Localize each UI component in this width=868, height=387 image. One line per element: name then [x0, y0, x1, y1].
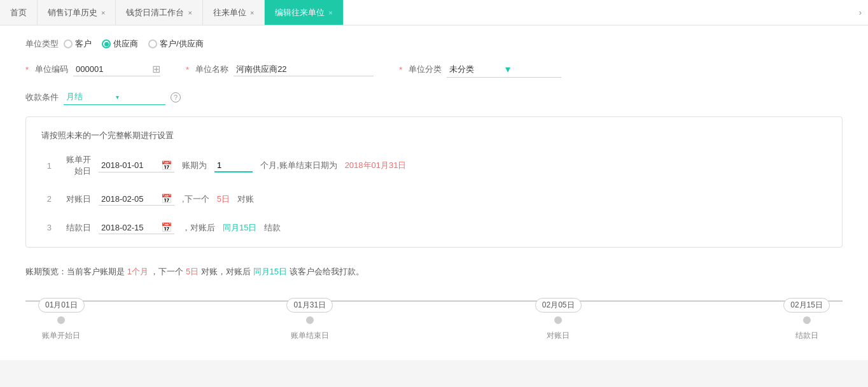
unit-code-icon[interactable]: ⊞: [152, 63, 160, 75]
period-suffix-mid-1: 个月,账单结束日期为: [260, 160, 337, 171]
tab-edit-counterparty[interactable]: 编辑往来单位 ×: [265, 0, 343, 25]
period-date-2: 📅: [99, 192, 174, 206]
radio-customer[interactable]: 客户: [64, 38, 92, 50]
radio-supplier-circle: [102, 39, 111, 48]
unit-code-star: *: [25, 65, 29, 74]
unit-info-row: * 单位编码 ⊞ * 单位名称 * 单位分类 未分类 ▾: [25, 61, 843, 78]
tab-cash-work[interactable]: 钱货日清工作台 ×: [116, 0, 202, 25]
payment-terms-value: 月结: [66, 91, 113, 102]
timeline-dot-3: [803, 316, 811, 324]
period-label-2: 对账日: [59, 194, 91, 205]
tab-home-label: 首页: [10, 7, 27, 18]
period-date-input-1[interactable]: [101, 160, 158, 170]
timeline-wrap: 01月01日 账单开始日 01月31日 账单结束日 02月05日 对账日 02月…: [25, 285, 843, 348]
period-highlight-2: 5日: [217, 194, 230, 205]
unit-classify-star: *: [399, 65, 402, 74]
timeline-label-0: 账单开始日: [42, 330, 80, 341]
calendar-icon-2[interactable]: 📅: [161, 194, 172, 204]
timeline-dot-0: [57, 316, 65, 324]
period-num-2: 2: [41, 194, 52, 204]
main-content: 单位类型 客户 供应商 客户/供应商 * 单位编码 ⊞: [0, 25, 868, 360]
radio-both-label: 客户/供应商: [160, 38, 204, 50]
payment-terms-chevron: ▾: [116, 94, 163, 101]
period-row-3: 3 结款日 📅 ，对账后 同月15日 结款: [41, 221, 827, 234]
timeline-nodes: 01月01日 账单开始日 01月31日 账单结束日 02月05日 对账日 02月…: [25, 298, 843, 341]
tab-bar: 首页 销售订单历史 × 钱货日清工作台 × 往来单位 × 编辑往来单位 × ›: [0, 0, 868, 25]
unit-code-input-wrap: ⊞: [73, 62, 160, 76]
preview-highlight3: 同月15日: [253, 267, 287, 276]
payment-terms-select[interactable]: 月结 ▾: [64, 89, 165, 105]
timeline-date-2: 02月05日: [535, 298, 582, 313]
period-label-3: 结款日: [59, 222, 91, 234]
unit-type-radio-group: 客户 供应商 客户/供应商: [64, 38, 204, 50]
tab-sales-history-close[interactable]: ×: [101, 9, 105, 17]
timeline-node-1: 01月31日 账单结束日: [286, 298, 333, 341]
period-months-input[interactable]: [214, 159, 253, 172]
tab-sales-history[interactable]: 销售订单历史 ×: [38, 0, 116, 25]
question-mark: ?: [174, 94, 178, 101]
timeline-date-1: 01月31日: [286, 298, 333, 313]
preview-label-mid2: 对账，对账后: [201, 267, 251, 276]
payment-terms-row: 收款条件 月结 ▾ ?: [25, 89, 843, 105]
preview-highlight2: 5日: [186, 267, 199, 276]
period-date-input-2[interactable]: [101, 194, 158, 204]
radio-supplier-label: 供应商: [113, 38, 138, 50]
unit-code-input[interactable]: [73, 62, 150, 76]
unit-type-row: 单位类型 客户 供应商 客户/供应商: [25, 38, 843, 50]
preview-label-end: 该客户会给我打款。: [290, 267, 364, 276]
tab-counterparty[interactable]: 往来单位 ×: [203, 0, 265, 25]
timeline-label-2: 对账日: [547, 330, 570, 341]
timeline-date-0: 01月01日: [38, 298, 85, 313]
unit-name-label: 单位名称: [195, 64, 228, 75]
unit-type-label: 单位类型: [25, 38, 59, 50]
tab-counterparty-close[interactable]: ×: [250, 9, 254, 17]
tab-counterparty-label: 往来单位: [213, 7, 246, 18]
timeline-dot-2: [554, 316, 562, 324]
unit-code-label: 单位编码: [35, 64, 68, 75]
preview-label-mid1: ，下一个: [150, 267, 183, 276]
unit-classify-value: 未分类: [449, 64, 503, 75]
tab-sales-history-label: 销售订单历史: [48, 7, 97, 18]
unit-name-field: * 单位名称: [186, 62, 374, 76]
period-end-date-1: 2018年01月31日: [345, 160, 407, 171]
radio-customer-circle: [64, 39, 73, 48]
unit-name-star: *: [186, 65, 189, 74]
tab-edit-counterparty-close[interactable]: ×: [328, 9, 332, 17]
period-date-1: 📅: [99, 159, 174, 172]
tab-home[interactable]: 首页: [0, 0, 38, 25]
period-highlight-3: 同月15日: [223, 222, 256, 234]
timeline-dot-1: [306, 316, 314, 324]
period-date-3: 📅: [99, 221, 174, 234]
period-suffix2-2: 对账: [237, 194, 254, 205]
period-suffix-2: ,下一个: [182, 194, 209, 205]
timeline-label-3: 结款日: [795, 330, 818, 341]
radio-customer-label: 客户: [75, 38, 92, 50]
period-num-1: 1: [41, 161, 52, 171]
tab-more-arrow[interactable]: ›: [853, 0, 868, 25]
period-date-input-3[interactable]: [101, 223, 158, 232]
tab-cash-work-label: 钱货日清工作台: [126, 7, 184, 18]
unit-name-input[interactable]: [234, 62, 374, 76]
preview-label-pre: 账期预览：当前客户账期是: [25, 267, 125, 276]
radio-both-circle: [148, 39, 157, 48]
period-suffix2-3: 结款: [264, 222, 281, 234]
timeline-node-2: 02月05日 对账日: [535, 298, 582, 341]
unit-classify-select[interactable]: 未分类 ▾: [447, 61, 561, 78]
chevron-down-icon: ▾: [505, 63, 559, 75]
tab-edit-counterparty-label: 编辑往来单位: [275, 7, 325, 18]
period-row-2: 2 对账日 📅 ,下一个 5日 对账: [41, 192, 827, 206]
calendar-icon-1[interactable]: 📅: [161, 160, 172, 171]
unit-code-field: * 单位编码 ⊞: [25, 62, 160, 76]
period-label-1: 账单开始日: [59, 154, 91, 177]
unit-classify-label: 单位分类: [409, 64, 442, 75]
tab-cash-work-close[interactable]: ×: [188, 9, 192, 17]
radio-supplier[interactable]: 供应商: [102, 38, 138, 50]
period-title: 请按照未来的一个完整帐期进行设置: [41, 130, 827, 141]
calendar-icon-3[interactable]: 📅: [161, 222, 172, 232]
period-num-3: 3: [41, 223, 52, 232]
timeline-node-0: 01月01日 账单开始日: [38, 298, 85, 341]
timeline-date-3: 02月15日: [783, 298, 830, 313]
chevron-right-icon: ›: [859, 8, 862, 17]
radio-both[interactable]: 客户/供应商: [148, 38, 204, 50]
help-icon[interactable]: ?: [171, 92, 181, 102]
